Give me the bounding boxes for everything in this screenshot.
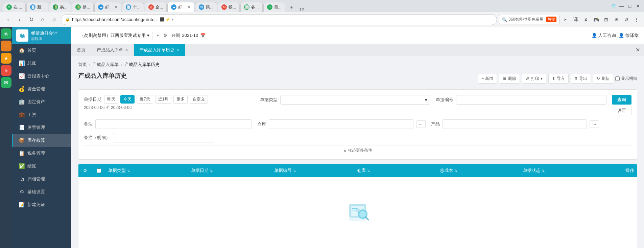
sidebar-item-reports[interactable]: 📈 云报表中心: [12, 70, 71, 83]
print-button[interactable]: 🖨 打印 ▾: [522, 74, 546, 84]
refresh-button[interactable]: ↻ 刷新: [593, 74, 613, 84]
add-company-button[interactable]: +: [157, 33, 159, 38]
th-type[interactable]: 单据类型 ⇅: [105, 167, 188, 174]
service-button[interactable]: 👤 人工咨询: [592, 32, 616, 39]
collapse-button[interactable]: ∧ 收起更多条件: [84, 145, 631, 154]
page-tab-history-close[interactable]: ✕: [176, 48, 180, 52]
sidebar-item-inventory[interactable]: 📦 库存核算: [12, 134, 71, 147]
th-status[interactable]: 单据状态 ⇅: [520, 167, 603, 174]
refresh-button[interactable]: ↻: [26, 15, 36, 24]
page-tab-history[interactable]: 产成品入库单历史 ✕: [134, 44, 185, 56]
maximize-button[interactable]: □: [626, 3, 633, 9]
app-icon-chanjet[interactable]: 畅: [1, 28, 11, 39]
show-detail-checkbox[interactable]: [615, 76, 620, 81]
th-warehouse[interactable]: 仓库 ⇅: [354, 167, 437, 174]
th-cost[interactable]: 总成本 ⇅: [437, 167, 520, 174]
sidebar-item-settle[interactable]: ✅ 结账: [12, 160, 71, 173]
sidebar-item-tax[interactable]: 📋 税务管理: [12, 147, 71, 160]
show-detail-toggle[interactable]: 显示明细: [615, 76, 637, 82]
translate-icon[interactable]: 译: [572, 16, 580, 24]
browser-tab-t5[interactable]: ☁ 好... ✕: [94, 2, 121, 12]
browser-tab-t6[interactable]: 📄 个...: [122, 2, 144, 12]
undo-icon[interactable]: ↺: [622, 16, 630, 24]
sidebar-header: 畅 畅捷通好会计 旗舰版: [12, 27, 71, 44]
warehouse-input[interactable]: [269, 119, 413, 129]
currency-icon[interactable]: ¥: [582, 16, 590, 24]
minimize-button[interactable]: —: [618, 3, 625, 9]
page-tab-list[interactable]: 产成品入库单 ✕: [91, 44, 134, 56]
address-bar[interactable]: 🔒 https://cloud.chanjet.com/accounting/u…: [61, 14, 497, 25]
th-date[interactable]: 单据日期 ⇅: [188, 167, 271, 174]
scissors-icon[interactable]: ✂: [562, 16, 570, 24]
type-select[interactable]: ▾: [280, 95, 431, 105]
import-button[interactable]: ⬇ 导入: [548, 74, 569, 84]
page-tab-list-close[interactable]: ✕: [125, 48, 128, 52]
sidebar-item-salary[interactable]: 💼 工资: [12, 108, 71, 121]
bookmark-button[interactable]: ☆: [49, 15, 59, 24]
app-icon-weibo[interactable]: 微: [1, 65, 11, 76]
forward-button[interactable]: ›: [15, 15, 24, 24]
calendar-icon[interactable]: 📅: [200, 33, 206, 38]
grid-icon[interactable]: ⊞: [602, 16, 610, 24]
browser-tab-t2[interactable]: 📄 新...: [26, 2, 48, 12]
sidebar-item-capital[interactable]: 💰 资金管理: [12, 83, 71, 95]
company-settings-button[interactable]: ⚙: [163, 33, 167, 38]
app-icon-mail[interactable]: ✉: [1, 77, 11, 88]
sidebar-item-settings[interactable]: ⚙ 基础设置: [12, 185, 71, 198]
select-all-checkbox[interactable]: [92, 168, 105, 173]
back-button[interactable]: ‹: [3, 15, 13, 24]
shirt-icon[interactable]: 👕: [610, 3, 617, 9]
sidebar-item-archive[interactable]: 🗂 归档管理: [12, 173, 71, 185]
theme-icon[interactable]: ☀: [612, 16, 620, 24]
page-tab-home[interactable]: 首页: [71, 44, 91, 56]
home-button[interactable]: ⌂: [38, 15, 47, 24]
remark-input[interactable]: [95, 119, 252, 129]
browser-tab-t4[interactable]: 📗 易...: [72, 2, 94, 12]
sidebar-item-fixed-assets[interactable]: 🏢 固定资产: [12, 95, 71, 108]
th-number[interactable]: 单据编号 ⇅: [271, 167, 354, 174]
browser-tab-t12[interactable]: S 目...: [263, 2, 285, 12]
app-icon-star[interactable]: ★: [1, 53, 11, 64]
browser-tab-t10[interactable]: M 畅...: [218, 2, 240, 12]
detail-remark-input[interactable]: [113, 133, 214, 142]
date-yesterday[interactable]: 昨天: [104, 95, 118, 104]
column-settings-button[interactable]: ⚙: [78, 168, 92, 173]
query-button[interactable]: 查询: [612, 95, 631, 105]
date-custom[interactable]: 自定义: [190, 95, 208, 104]
more-icon[interactable]: ⋮: [633, 16, 641, 24]
date-more[interactable]: 更多: [173, 95, 188, 104]
date-7days[interactable]: 近7天: [137, 95, 153, 104]
tab-close-t8[interactable]: ✕: [188, 5, 191, 9]
app-icon-orange[interactable]: +: [1, 41, 11, 51]
tab-close-t5[interactable]: ✕: [115, 5, 118, 9]
sidebar-item-ledger[interactable]: 📊 总账: [12, 57, 71, 70]
add-button[interactable]: + 新增: [478, 74, 497, 84]
game-icon[interactable]: 🎮: [592, 16, 600, 24]
user-profile[interactable]: 👤 徐泽华: [619, 32, 639, 39]
search-bar[interactable]: 🔍 360智能抠图免费用 热搜: [499, 15, 559, 24]
date-today[interactable]: 今天: [120, 95, 135, 104]
sidebar-item-invoice[interactable]: 🧾 发票管理: [12, 121, 71, 134]
sidebar-item-home[interactable]: 🏠 首页: [12, 44, 71, 57]
browser-tab-t11[interactable]: 📊 各...: [240, 2, 262, 12]
sidebar-item-new-voucher[interactable]: 📝 新建凭证: [12, 198, 71, 211]
browser-tab-t9[interactable]: 腾 腾...: [195, 2, 217, 12]
number-input[interactable]: [456, 95, 606, 105]
date-1month[interactable]: 近1月: [155, 95, 172, 104]
tax-icon: 📋: [19, 150, 25, 156]
browser-tab-t8[interactable]: ☁ 好... ✕: [167, 2, 194, 12]
th-operations: 操作: [603, 167, 637, 174]
export-button[interactable]: ⬆ 导出: [571, 74, 591, 84]
browser-tab-t7[interactable]: 企 企...: [145, 2, 167, 12]
new-tab-button[interactable]: ＋: [286, 2, 297, 12]
close-button[interactable]: ✕: [635, 3, 641, 9]
product-dots-button[interactable]: ···: [590, 120, 599, 128]
warehouse-dots-button[interactable]: ···: [416, 120, 426, 128]
product-input[interactable]: [443, 119, 587, 129]
company-selector[interactable]: （勿删勿禁用）江西服宝测试专用 ▾: [77, 31, 152, 40]
browser-tab-t1[interactable]: ⬆ 在....: [3, 2, 26, 12]
delete-button[interactable]: 🗑 删除: [499, 74, 520, 84]
search-settings-button[interactable]: 设置: [612, 106, 631, 115]
browser-tab-t3[interactable]: 📗 易...: [49, 2, 71, 12]
close-content-button[interactable]: ✕: [631, 47, 644, 53]
